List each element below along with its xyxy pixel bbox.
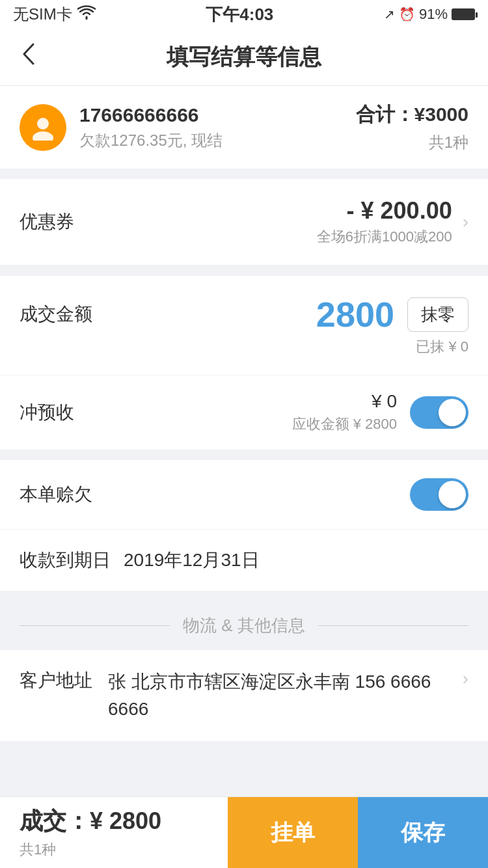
address-chevron-icon: ›	[463, 668, 468, 689]
svg-point-0	[37, 118, 49, 129]
divider-line-left	[20, 625, 170, 626]
section-divider-3	[0, 591, 488, 601]
coupon-right: - ¥ 200.00 全场6折满1000减200 ›	[317, 197, 468, 247]
credit-toggle[interactable]	[410, 478, 468, 511]
footer-count: 共1种	[20, 840, 208, 860]
total-amount: 合计：¥3000	[356, 102, 468, 128]
save-button[interactable]: 保存	[358, 797, 488, 869]
pending-button[interactable]: 挂单	[228, 797, 358, 869]
address-label: 客户地址	[20, 668, 92, 693]
coupon-row[interactable]: 优惠券 - ¥ 200.00 全场6折满1000减200 ›	[0, 179, 488, 265]
coupon-discount: - ¥ 200.00	[317, 197, 452, 224]
advance-amount: ¥ 0	[372, 391, 397, 412]
advance-section: 冲预收 ¥ 0 应收金额 ¥ 2800	[0, 375, 488, 450]
logistics-label: 物流 & 其他信息	[183, 614, 305, 637]
advance-label: 冲预收	[20, 400, 74, 425]
coupon-description: 全场6折满1000减200	[317, 227, 452, 247]
duedate-label: 收款到期日	[20, 548, 111, 573]
address-right: ›	[463, 668, 468, 689]
battery-percent: 91%	[419, 6, 448, 23]
nav-bar: 填写结算等信息	[0, 29, 488, 86]
customer-info: 17666666666 欠款1276.35元, 现结	[79, 104, 223, 151]
battery-icon	[452, 8, 475, 20]
back-button[interactable]	[16, 36, 42, 77]
status-bar: 无SIM卡 下午4:03 ↗ ⏰ 91%	[0, 0, 488, 29]
transaction-amount: 2800	[316, 294, 394, 334]
transaction-section: 成交金额 2800 抹零 已抹 ¥ 0	[0, 276, 488, 375]
footer-trans-label: 成交：	[20, 807, 90, 834]
logistics-divider: 物流 & 其他信息	[0, 601, 488, 650]
customer-left: 17666666666 欠款1276.35元, 现结	[20, 104, 223, 151]
section-divider-1	[0, 265, 488, 276]
divider-line-right	[318, 625, 468, 626]
footer-trans-amount: ¥ 2800	[90, 807, 161, 834]
content-area: 17666666666 欠款1276.35元, 现结 合计：¥3000 共1种 …	[0, 86, 488, 868]
avatar	[20, 104, 66, 151]
round-button[interactable]: 抹零	[407, 297, 468, 332]
customer-card: 17666666666 欠款1276.35元, 现结 合计：¥3000 共1种	[0, 86, 488, 169]
credit-section: 本单赊欠	[0, 460, 488, 529]
wifi-icon	[77, 5, 96, 23]
status-time: 下午4:03	[206, 3, 273, 26]
transaction-sub: 已抹 ¥ 0	[20, 337, 468, 357]
alarm-icon: ⏰	[399, 7, 415, 22]
coupon-label: 优惠券	[20, 210, 74, 234]
address-section[interactable]: 客户地址 张 北京市市辖区海淀区永丰南 156 6666 6666 ›	[0, 650, 488, 741]
section-divider-2	[0, 450, 488, 460]
svg-point-1	[33, 131, 53, 141]
customer-phone: 17666666666	[79, 104, 223, 126]
customer-debt: 欠款1276.35元, 现结	[79, 130, 223, 151]
duedate-section: 收款到期日 2019年12月31日	[0, 529, 488, 591]
customer-right: 合计：¥3000 共1种	[356, 102, 468, 153]
credit-label: 本单赊欠	[20, 482, 92, 507]
status-right: ↗ ⏰ 91%	[384, 6, 475, 23]
transaction-row: 成交金额 2800 抹零	[20, 294, 468, 334]
page-title: 填写结算等信息	[167, 42, 321, 72]
footer-info: 成交：¥ 2800 共1种	[0, 806, 228, 860]
location-icon: ↗	[384, 7, 395, 22]
transaction-right: 2800 抹零	[316, 294, 468, 334]
address-value: 张 北京市市辖区海淀区永丰南 156 6666 6666	[108, 668, 463, 723]
chevron-right-icon: ›	[463, 211, 468, 232]
advance-toggle[interactable]	[410, 396, 468, 429]
footer-amount: 成交：¥ 2800	[20, 806, 208, 837]
duedate-value: 2019年12月31日	[124, 548, 260, 573]
footer: 成交：¥ 2800 共1种 挂单 保存	[0, 796, 488, 868]
total-count: 共1种	[356, 132, 468, 153]
advance-sub: 应收金额 ¥ 2800	[292, 414, 397, 434]
advance-right: ¥ 0 应收金额 ¥ 2800	[292, 391, 397, 434]
no-sim-label: 无SIM卡	[13, 4, 72, 25]
transaction-label: 成交金额	[20, 302, 92, 327]
status-left: 无SIM卡	[13, 4, 96, 25]
